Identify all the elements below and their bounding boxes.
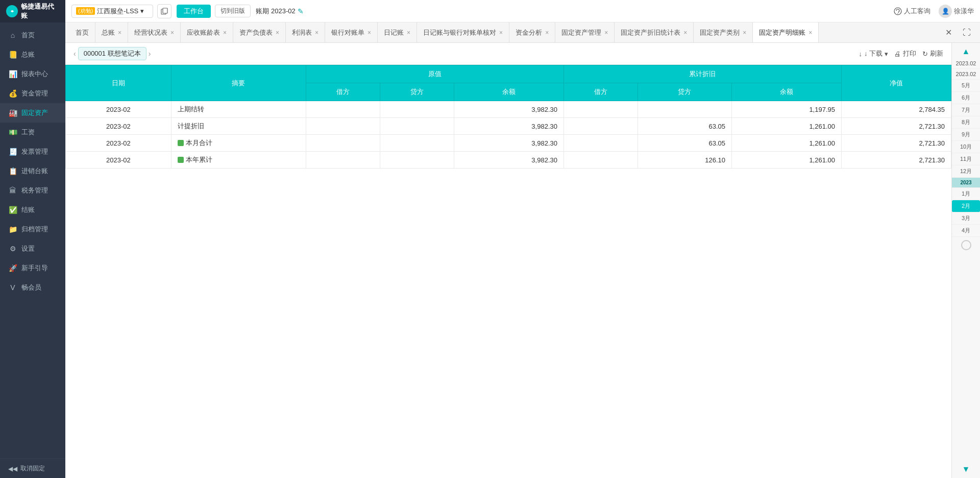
date-month-item[interactable]: 2023.02 <box>952 58 980 69</box>
sidebar-item-finance[interactable]: 💰 资金管理 <box>0 84 65 103</box>
tab-close-icon[interactable]: × <box>170 30 174 36</box>
sidebar-item-archive[interactable]: 📁 归档管理 <box>0 220 65 239</box>
sidebar-item-fixed-assets[interactable]: 🏭 固定资产 <box>0 103 65 123</box>
maximize-button[interactable]: ⛶ <box>960 26 974 40</box>
date-year-item[interactable]: 2023 <box>952 178 980 188</box>
date-month-item[interactable]: 2023.02 <box>952 69 980 80</box>
date-month-item[interactable]: 11月 <box>952 153 980 165</box>
date-month-item[interactable]: 4月 <box>952 225 980 237</box>
tab-close-icon[interactable]: × <box>604 30 608 36</box>
company-selector[interactable]: (劝勉) 江西服垒-LSS ▾ <box>71 5 153 18</box>
sidebar-item-invoice[interactable]: 🧾 发票管理 <box>0 142 65 161</box>
tab-close-icon[interactable]: × <box>223 30 227 36</box>
download-button[interactable]: ↓ ↓ 下载 ▾ <box>859 49 888 58</box>
date-month-item[interactable]: 10月 <box>952 141 980 153</box>
date-up-button[interactable]: ▲ <box>952 45 980 58</box>
tab-日记账与银行对账单核对[interactable]: 日记账与银行对账单核对× <box>417 22 509 42</box>
sidebar-item-home[interactable]: ⌂ 首页 <box>0 26 65 45</box>
tab-固定资产类别[interactable]: 固定资产类别× <box>694 22 753 42</box>
cell-summary: 上期结转 <box>171 101 306 118</box>
sidebar-label-tax: 税务管理 <box>21 186 48 195</box>
sidebar-label-archive: 归档管理 <box>21 225 48 234</box>
tab-close-icon[interactable]: × <box>407 30 410 36</box>
tab-close-icon[interactable]: × <box>118 30 121 36</box>
service-button[interactable]: 人工客询 <box>894 7 930 16</box>
sidebar-item-guide[interactable]: 🚀 新手引导 <box>0 258 65 278</box>
date-month-item[interactable]: 9月 <box>952 129 980 141</box>
switch-version-button[interactable]: 切到旧版 <box>215 5 251 17</box>
asset-nav: ‹ 000001 联想笔记本 › ↓ ↓ 下载 ▾ 🖨 打印 ↻ 刷新 <box>65 43 951 65</box>
company-name: 江西服垒-LSS <box>97 7 138 16</box>
tab-资产负债表[interactable]: 资产负债表× <box>233 22 286 42</box>
tab-close-icon[interactable]: × <box>276 30 279 36</box>
nav-next-arrow[interactable]: › <box>149 50 151 58</box>
asset-nav-item[interactable]: 000001 联想笔记本 <box>78 47 146 60</box>
date-month-item[interactable]: 7月 <box>952 104 980 116</box>
cell-net-value: 2,721.30 <box>841 152 951 169</box>
print-button[interactable]: 🖨 打印 <box>894 49 916 58</box>
user-menu[interactable]: 👤 徐漾华 <box>939 5 974 18</box>
sidebar-item-closing[interactable]: ✅ 结账 <box>0 200 65 220</box>
tab-close-icon[interactable]: × <box>368 30 371 36</box>
sidebar-unpin[interactable]: ◀◀ 取消固定 <box>0 459 65 478</box>
sidebar-logo: 畅捷通易代账 <box>0 0 65 22</box>
tab-资金分析[interactable]: 资金分析× <box>509 22 555 42</box>
cell-date: 2023-02 <box>66 152 172 169</box>
workbench-button[interactable]: 工作台 <box>177 5 211 18</box>
date-month-item[interactable]: 5月 <box>952 80 980 92</box>
sidebar-item-tax[interactable]: 🏛 税务管理 <box>0 181 65 200</box>
tab-固定资产管理[interactable]: 固定资产管理× <box>555 22 615 42</box>
table-row: 2023-02 本月合计 3,982.30 63.05 1,261.00 2,7… <box>66 135 951 152</box>
date-panel: ▲ 2023.022023.025月6月7月8月9月10月11月12月20231… <box>951 43 980 478</box>
tab-close-icon[interactable]: × <box>743 30 746 36</box>
sidebar-item-sales[interactable]: 📋 进销台账 <box>0 161 65 181</box>
tab-首页[interactable]: 首页 <box>69 22 95 42</box>
tab-利润表[interactable]: 利润表× <box>286 22 325 42</box>
tab-label: 资金分析 <box>516 28 542 37</box>
date-month-item[interactable]: 8月 <box>952 116 980 129</box>
nav-prev-arrow[interactable]: ‹ <box>74 50 76 58</box>
table-row: 2023-02 本年累计 3,982.30 126.10 1,261.00 2,… <box>66 152 951 169</box>
tab-应收账龄表[interactable]: 应收账龄表× <box>181 22 233 42</box>
cell-orig-debit <box>306 118 380 135</box>
invoice-icon: 🧾 <box>8 147 17 156</box>
date-month-item[interactable]: 1月 <box>952 188 980 200</box>
tab-银行对账单[interactable]: 银行对账单× <box>325 22 378 42</box>
sidebar-item-wages[interactable]: 💵 工资 <box>0 123 65 142</box>
refresh-button[interactable]: ↻ 刷新 <box>922 49 943 58</box>
tab-经营状况表[interactable]: 经营状况表× <box>128 22 181 42</box>
tab-label: 固定资产管理 <box>561 28 601 37</box>
content-area: ‹ 000001 联想笔记本 › ↓ ↓ 下载 ▾ 🖨 打印 ↻ 刷新 <box>65 43 980 478</box>
tab-固定资产明细账[interactable]: 固定资产明细账× <box>753 22 819 42</box>
cell-date: 2023-02 <box>66 118 172 135</box>
tab-close-icon[interactable]: × <box>545 30 549 36</box>
sales-icon: 📋 <box>8 166 17 176</box>
close-all-tabs-button[interactable]: ✕ <box>941 26 955 40</box>
reports-icon: 📊 <box>8 69 17 79</box>
tab-close-icon[interactable]: × <box>808 30 812 36</box>
tab-日记账[interactable]: 日记账× <box>378 22 417 42</box>
tab-close-icon[interactable]: × <box>499 30 503 36</box>
tab-总账[interactable]: 总账× <box>95 22 128 42</box>
sidebar-item-ledger[interactable]: 📒 总账 <box>0 45 65 64</box>
cell-orig-balance: 3,982.30 <box>454 118 564 135</box>
copy-button[interactable] <box>157 4 172 18</box>
date-month-item[interactable]: 6月 <box>952 92 980 104</box>
date-month-item[interactable]: 2月 <box>952 200 980 212</box>
ledger-icon: 📒 <box>8 50 17 59</box>
date-month-item[interactable]: 3月 <box>952 212 980 225</box>
date-month-item[interactable]: 12月 <box>952 165 980 178</box>
date-down-button[interactable]: ▼ <box>952 463 980 476</box>
tab-固定资产折旧统计表[interactable]: 固定资产折旧统计表× <box>615 22 694 42</box>
tab-close-icon[interactable]: × <box>315 30 318 36</box>
cell-dep-credit: 63.05 <box>638 135 731 152</box>
date-circle-item[interactable] <box>961 240 971 250</box>
sidebar-item-member[interactable]: V 畅会员 <box>0 278 65 297</box>
sidebar-item-reports[interactable]: 📊 报表中心 <box>0 64 65 84</box>
sidebar-item-settings[interactable]: ⚙ 设置 <box>0 239 65 258</box>
sidebar-label-fixed-assets: 固定资产 <box>21 108 48 117</box>
tab-close-icon[interactable]: × <box>683 30 687 36</box>
period-edit-icon[interactable]: ✎ <box>298 7 304 15</box>
cell-net-value: 2,721.30 <box>841 135 951 152</box>
col-net-value: 净值 <box>841 65 951 101</box>
